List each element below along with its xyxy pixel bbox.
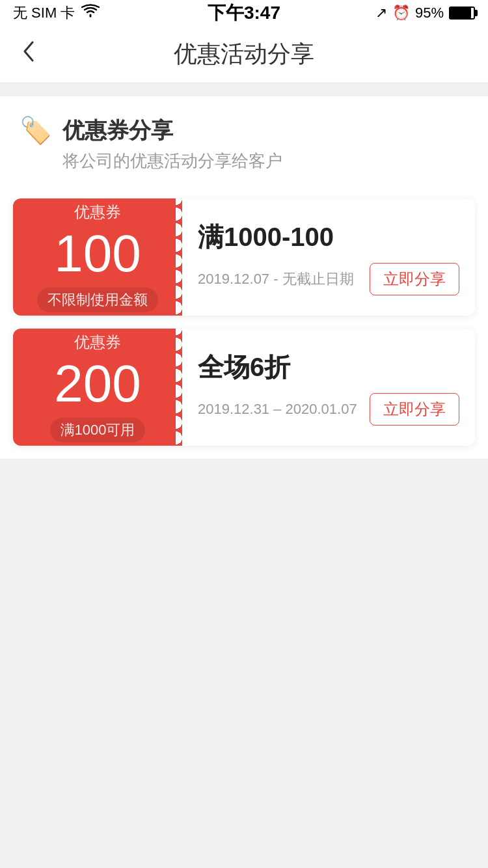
coupon-right-1: 满1000-100 2019.12.07 - 无截止日期 立即分享	[182, 198, 475, 316]
section-title: 优惠券分享	[62, 116, 282, 146]
section-gap	[0, 83, 488, 96]
share-button-2[interactable]: 立即分享	[370, 393, 459, 426]
back-button[interactable]	[20, 37, 38, 72]
coupon-bottom-1: 2019.12.07 - 无截止日期 立即分享	[198, 263, 459, 295]
wifi-icon	[81, 4, 100, 22]
coupon-amount-2: 200	[54, 358, 141, 410]
alarm-icon: ⏰	[392, 5, 410, 21]
section-description: 将公司的优惠活动分享给客户	[62, 150, 282, 172]
battery-icon	[449, 7, 475, 20]
coupon-name-2: 全场6折	[198, 349, 459, 385]
coupon-date-1: 2019.12.07 - 无截止日期	[198, 269, 370, 289]
page-title: 优惠活动分享	[174, 38, 314, 70]
status-time: 下午3:47	[208, 1, 280, 25]
coupon-list: 优惠券 100 不限制使用金额 满1000-100 2019.12.07 - 无…	[0, 185, 488, 459]
coupon-right-2: 全场6折 2019.12.31 – 2020.01.07 立即分享	[182, 329, 475, 446]
location-icon: ↗	[375, 5, 387, 21]
nav-bar: 优惠活动分享	[0, 26, 488, 83]
carrier-text: 无 SIM 卡	[13, 3, 75, 23]
coupon-left-1: 优惠券 100 不限制使用金额	[13, 198, 182, 316]
coupon-card-2: 优惠券 200 满1000可用 全场6折 2019.12.31 – 2020.0…	[13, 329, 475, 446]
bottom-area	[0, 459, 488, 849]
coupon-label-2: 优惠券	[74, 332, 121, 353]
section-icon: 🏷️	[20, 117, 52, 143]
status-right: ↗ ⏰ 95%	[375, 5, 475, 21]
section-text: 优惠券分享 将公司的优惠活动分享给客户	[62, 116, 282, 172]
coupon-card: 优惠券 100 不限制使用金额 满1000-100 2019.12.07 - 无…	[13, 198, 475, 316]
coupon-condition-1: 不限制使用金额	[37, 288, 158, 312]
coupon-bottom-2: 2019.12.31 – 2020.01.07 立即分享	[198, 393, 459, 426]
share-button-1[interactable]: 立即分享	[370, 263, 459, 295]
coupon-label-1: 优惠券	[74, 202, 121, 223]
section-header: 🏷️ 优惠券分享 将公司的优惠活动分享给客户	[0, 96, 488, 185]
coupon-amount-1: 100	[54, 228, 141, 280]
coupon-left-2: 优惠券 200 满1000可用	[13, 329, 182, 446]
status-bar: 无 SIM 卡 下午3:47 ↗ ⏰ 95%	[0, 0, 488, 26]
status-left: 无 SIM 卡	[13, 3, 100, 23]
coupon-date-2: 2019.12.31 – 2020.01.07	[198, 401, 370, 418]
battery-text: 95%	[415, 5, 444, 21]
coupon-name-1: 满1000-100	[198, 219, 459, 255]
coupon-condition-2: 满1000可用	[50, 418, 146, 442]
